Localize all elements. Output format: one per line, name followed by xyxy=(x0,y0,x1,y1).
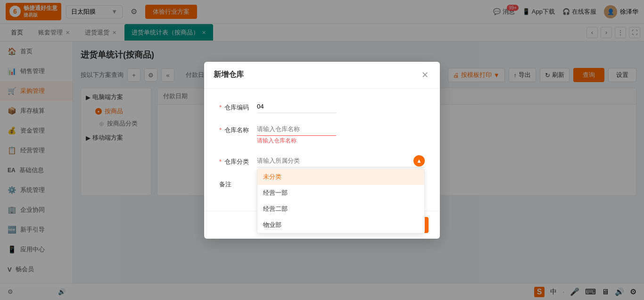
form-row-name: * 仓库名称 请输入仓库名称 xyxy=(219,123,425,145)
category-dropdown: ▲ 未分类 经营一部 经营二部 物业部 xyxy=(257,154,425,167)
option-dept1[interactable]: 经营一部 xyxy=(257,185,424,201)
option-unclassified[interactable]: 未分类 xyxy=(257,169,424,185)
option-dept2[interactable]: 经营二部 xyxy=(257,201,424,217)
required-star2: * xyxy=(219,126,222,133)
required-star: * xyxy=(219,104,222,111)
new-warehouse-dialog: 新增仓库 ✕ * 仓库编码 * 仓库名称 xyxy=(204,62,440,239)
warehouse-name-input[interactable] xyxy=(257,123,336,136)
name-label: * 仓库名称 xyxy=(219,123,257,134)
required-star3: * xyxy=(219,158,222,165)
category-dropdown-list: 未分类 经营一部 经营二部 物业部 xyxy=(257,168,425,233)
dialog-header: 新增仓库 ✕ xyxy=(204,62,440,89)
form-row-code: * 仓库编码 xyxy=(219,100,425,113)
dialog-body: * 仓库编码 * 仓库名称 请输入仓库名称 xyxy=(204,89,440,211)
category-input[interactable] xyxy=(257,154,425,167)
dropdown-arrow-btn[interactable]: ▲ xyxy=(413,155,425,167)
remark-label: 备注 xyxy=(219,177,257,189)
modal-overlay: 新增仓库 ✕ * 仓库编码 * 仓库名称 xyxy=(0,0,644,300)
form-row-category: * 仓库分类 ▲ 未分类 经营一部 经营二部 物业部 xyxy=(219,154,425,167)
dialog-title: 新增仓库 xyxy=(214,70,244,80)
name-error-msg: 请输入仓库名称 xyxy=(257,137,425,145)
category-label: * 仓库分类 xyxy=(219,154,257,166)
option-dept3[interactable]: 物业部 xyxy=(257,217,424,233)
code-field-wrap xyxy=(257,100,425,113)
name-field-wrap: 请输入仓库名称 xyxy=(257,123,425,145)
code-label: * 仓库编码 xyxy=(219,100,257,112)
warehouse-code-input[interactable] xyxy=(257,100,336,113)
dialog-close-btn[interactable]: ✕ xyxy=(419,69,430,81)
